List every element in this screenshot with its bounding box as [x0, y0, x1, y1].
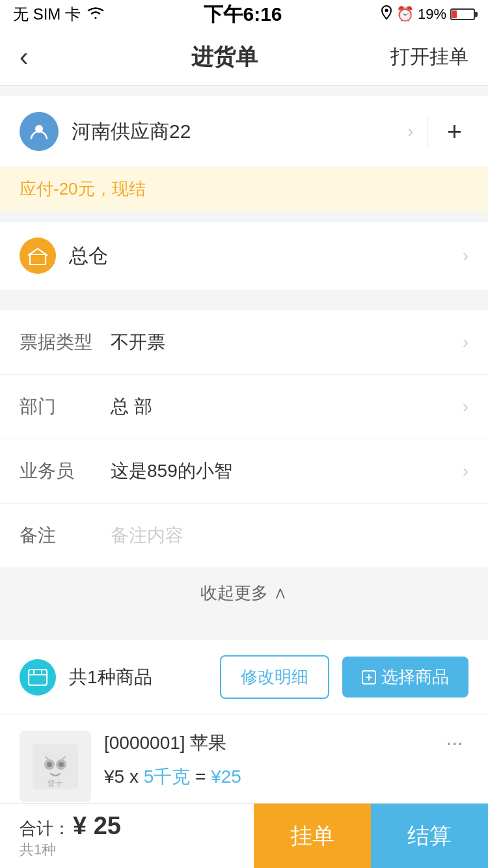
form-section: 票据类型 不开票 › 部门 总 部 › 业务员 这是859的小智 › 备注 备注…	[0, 310, 488, 567]
department-value: 总 部	[98, 394, 463, 419]
svg-rect-3	[29, 670, 47, 685]
equals: =	[195, 766, 211, 787]
edit-detail-button[interactable]: 修改明细	[220, 655, 329, 699]
supplier-avatar	[20, 112, 59, 151]
supplier-section: 河南供应商22 › + 应付-20元，现结	[0, 96, 488, 211]
products-section: 共1种商品 修改明细 选择商品 督十	[0, 640, 488, 818]
total-sub: 共1种	[20, 840, 234, 860]
select-product-label: 选择商品	[381, 666, 449, 688]
wifi-icon	[86, 5, 105, 23]
gap-2	[0, 211, 488, 221]
products-icon	[20, 659, 56, 696]
supplier-row[interactable]: 河南供应商22 › +	[0, 96, 488, 167]
warehouse-chevron-icon: ›	[463, 245, 468, 266]
location-icon	[381, 5, 392, 23]
divider	[427, 115, 427, 148]
remark-row[interactable]: 备注 备注内容	[0, 504, 488, 567]
product-code: [0000001]	[104, 733, 190, 753]
products-count: 共1种商品	[69, 665, 207, 690]
product-price: ¥5 x 5千克 = ¥25	[104, 765, 441, 789]
status-bar: 无 SIM 卡 下午6:16 ⏰ 19%	[0, 0, 488, 29]
svg-point-8	[47, 762, 52, 767]
total-label: 合计：	[20, 817, 70, 840]
salesperson-row[interactable]: 业务员 这是859的小智 ›	[0, 439, 488, 504]
total-section: 合计： ¥ 25 共1种	[0, 804, 254, 868]
notice-text: 应付-20元，现结	[20, 179, 146, 198]
collapse-label: 收起更多 ∧	[200, 583, 287, 603]
checkout-button[interactable]: 结算	[371, 804, 488, 868]
warehouse-icon	[20, 237, 56, 274]
warehouse-name: 总仓	[69, 243, 463, 269]
gap-1	[0, 86, 488, 96]
department-row[interactable]: 部门 总 部 ›	[0, 375, 488, 439]
remark-label: 备注	[20, 523, 98, 548]
bottom-bar: 合计： ¥ 25 共1种 挂单 结算	[0, 803, 488, 868]
product-thumbnail: 督十	[20, 731, 91, 802]
alarm-icon: ⏰	[396, 6, 414, 23]
product-info: [0000001] 苹果 ¥5 x 5千克 = ¥25	[104, 731, 441, 789]
svg-text:督十: 督十	[47, 779, 63, 788]
hang-button[interactable]: 挂单	[254, 804, 371, 868]
svg-point-9	[59, 762, 64, 767]
open-pending-button[interactable]: 打开挂单	[390, 44, 468, 70]
remark-input[interactable]: 备注内容	[98, 523, 468, 548]
products-header: 共1种商品 修改明细 选择商品	[0, 640, 488, 715]
salesperson-label: 业务员	[20, 459, 98, 483]
svg-rect-2	[30, 254, 46, 265]
page-title: 进货单	[191, 42, 258, 72]
warehouse-row[interactable]: 总仓 ›	[0, 221, 488, 290]
select-product-button[interactable]: 选择商品	[342, 657, 468, 698]
time-display: 下午6:16	[204, 1, 282, 28]
department-chevron-icon: ›	[463, 396, 468, 417]
back-button[interactable]: ‹	[20, 42, 59, 72]
nav-bar: ‹ 进货单 打开挂单	[0, 29, 488, 86]
invoice-value: 不开票	[98, 330, 463, 355]
total-price: ¥25	[211, 766, 241, 787]
salesperson-chevron-icon: ›	[463, 461, 468, 481]
invoice-chevron-icon: ›	[463, 332, 468, 353]
supplier-chevron-icon: ›	[407, 121, 413, 142]
quantity: 5千克	[144, 766, 191, 787]
carrier-label: 无 SIM 卡	[13, 4, 81, 25]
collapse-button[interactable]: 收起更多 ∧	[0, 567, 488, 619]
status-left: 无 SIM 卡	[13, 4, 105, 25]
unit-price: ¥5 x	[104, 766, 144, 787]
invoice-label: 票据类型	[20, 330, 98, 355]
warehouse-section: 总仓 ›	[0, 221, 488, 290]
gap-4	[0, 619, 488, 629]
add-button[interactable]: +	[441, 117, 468, 146]
gap-3	[0, 290, 488, 300]
supplier-name: 河南供应商22	[72, 118, 407, 145]
svg-point-0	[385, 9, 388, 12]
department-label: 部门	[20, 394, 98, 419]
total-amount: ¥ 25	[73, 812, 121, 840]
battery-icon	[450, 8, 475, 20]
battery-percent: 19%	[418, 6, 446, 23]
status-right: ⏰ 19%	[381, 5, 475, 23]
salesperson-value: 这是859的小智	[98, 459, 463, 483]
more-button[interactable]: ···	[441, 731, 468, 755]
product-name: [0000001] 苹果	[104, 731, 441, 755]
notice-bar: 应付-20元，现结	[0, 167, 488, 211]
product-title: 苹果	[190, 733, 226, 753]
invoice-row[interactable]: 票据类型 不开票 ›	[0, 310, 488, 375]
